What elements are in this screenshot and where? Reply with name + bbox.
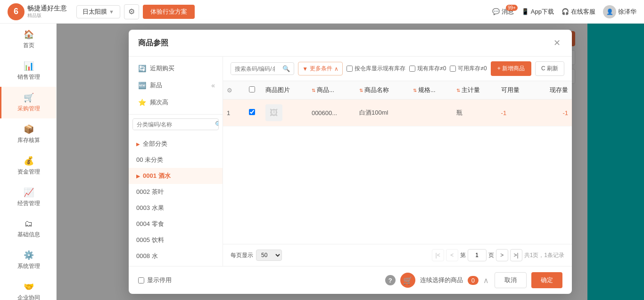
per-page-select[interactable]: 50 10 20 100 [256,250,282,261]
row-checkbox[interactable] [249,109,255,115]
checkbox-warehouse-stock[interactable]: 按仓库显示现有库存 [347,65,405,73]
new-label: 新品 [150,81,162,90]
col-name[interactable]: ⇅商品名称 [355,81,409,100]
app-download-button[interactable]: 📱 App下载 [521,8,554,16]
select-all-checkbox[interactable] [249,86,255,92]
mobile-icon: 📱 [521,8,529,15]
left-panel: 🔄 近期购买 🆕 新品 ⭐ 频次高 [129,57,223,266]
chevron-down-icon: ▼ [109,9,114,15]
sidebar-item-system[interactable]: ⚙️ 系统管理 [0,244,56,276]
more-filters-button[interactable]: ▼ 更多条件 ∧ [298,62,343,75]
recent-purchase-btn[interactable]: 🔄 近期购买 [132,60,180,76]
sales-icon: 📊 [24,61,34,71]
category-all[interactable]: ▶ 全部分类 [129,136,223,152]
sidebar-item-label: 资金管理 [17,168,40,176]
cell-checkbox[interactable] [242,100,262,126]
col-spec[interactable]: ⇅规格... [409,81,453,100]
add-product-button[interactable]: + 新增商品 [491,61,531,76]
store-selector[interactable]: 日太阳膜 ▼ [76,5,120,18]
available-stock-checkbox[interactable] [450,66,456,72]
show-disabled-checkbox[interactable] [138,277,144,283]
toolbar-right: + 新增商品 C 刷新 [491,61,564,76]
user-avatar[interactable]: 👤 徐泽华 [603,5,636,18]
show-disabled-label: 显示停用 [147,276,172,284]
next-page-button[interactable]: > [496,249,508,261]
warehouse-stock-checkbox[interactable] [347,66,353,72]
category-name: 00 未分类 [136,156,163,164]
checkbox-available-stock[interactable]: 可用库存≠0 [450,65,487,73]
first-page-button[interactable]: |< [432,249,444,261]
service-button[interactable]: 🎧 在线客服 [561,8,595,16]
main-content: 查询 设置 刷新 商品参照 ✕ [57,24,644,300]
cell-available: -1 [497,100,535,126]
category-search-icon[interactable]: 🔍 [211,119,219,130]
sidebar-item-home[interactable]: 🏠 首页 [0,24,56,55]
nonzero-stock-checkbox[interactable] [409,66,415,72]
product-search-box: 🔍 [231,62,294,75]
trial-button[interactable]: 体验行业方案 [143,5,195,19]
sidebar-item-inventory[interactable]: 📦 库存核算 [0,118,56,150]
col-available: 可用量 [497,81,535,100]
modal-close-button[interactable]: ✕ [551,37,562,49]
sidebar-item-label: 销售管理 [17,73,40,81]
frequent-label: 频次高 [150,98,168,107]
sidebar-item-label: 首页 [23,42,34,50]
confirm-button[interactable]: 确定 [531,272,562,288]
cell-code: 000600... [308,100,355,126]
sidebar-item-finance[interactable]: 💰 资金管理 [0,150,56,182]
col-unit[interactable]: ⇅主计量 [453,81,497,100]
cart-icon[interactable]: 🛒 [400,273,415,288]
category-0005[interactable]: 0005 饮料 [129,232,223,248]
inventory-icon: 📦 [24,124,34,134]
sidebar-item-sales[interactable]: 📊 销售管理 [0,55,56,87]
category-00[interactable]: 00 未分类 [129,152,223,168]
col-settings[interactable]: ⚙ [223,81,242,100]
headset-icon: 🎧 [561,8,569,15]
category-name: 全部分类 [143,140,167,148]
search-icon[interactable]: 🔍 [279,63,294,75]
refresh-table-button[interactable]: C 刷新 [535,61,564,76]
category-search-input[interactable] [133,119,211,130]
messages-button[interactable]: 💬 消息 99+ [492,8,514,16]
service-label: 在线客服 [571,8,595,16]
category-0008[interactable]: 0008 水 [129,248,223,262]
navbar-right: 💬 消息 99+ 📱 App下载 🎧 在线客服 👤 徐泽华 [492,5,636,18]
help-icon[interactable]: ? [385,275,396,285]
page-input[interactable] [468,249,487,261]
sidebar-item-enterprise[interactable]: 🤝 企业协同 [0,276,56,300]
messages-badge: 99+ [506,5,518,11]
sidebar-item-operations[interactable]: 📈 经营管理 [0,182,56,213]
category-name: 0003 水果 [136,204,164,212]
settings-icon[interactable]: ⚙ [124,4,139,19]
col-code[interactable]: ⇅商品... [308,81,355,100]
category-0001[interactable]: ▶ 0001 酒水 [129,168,223,184]
frequent-btn[interactable]: ⭐ 频次高 [132,94,180,110]
sidebar-item-purchase[interactable]: 🛒 采购管理 [0,87,56,118]
category-0004[interactable]: 0004 零食 [129,216,223,232]
show-disabled-checkbox-label[interactable]: 显示停用 [138,276,172,284]
prev-page-button[interactable]: < [446,249,458,261]
last-page-button[interactable]: >| [510,249,522,261]
product-search-input[interactable] [231,63,279,75]
sidebar-item-basics[interactable]: 🗂 基础信息 [0,213,56,244]
sidebar-item-label: 基础信息 [17,231,40,239]
enterprise-icon: 🤝 [24,282,34,292]
finance-icon: 💰 [24,156,34,166]
sidebar: 🏠 首页 📊 销售管理 🛒 采购管理 📦 库存核算 💰 资金管理 📈 经营管理 … [0,24,57,300]
purchase-icon: 🛒 [24,92,34,103]
checkbox-nonzero-stock[interactable]: 现有库存≠0 [409,65,446,73]
footer-center: ? 🛒 连续选择的商品 0 ∧ [385,273,489,288]
category-0002[interactable]: 0002 茶叶 [129,184,223,200]
category-0003[interactable]: 0003 水果 [129,200,223,216]
collapse-footer-icon[interactable]: ∧ [483,276,489,285]
sidebar-item-label: 采购管理 [17,105,40,113]
col-checkbox[interactable] [242,81,262,100]
col-stock: 现存量 [535,81,572,100]
navbar: 6 畅捷通好生意 精品版 日太阳膜 ▼ ⚙ 体验行业方案 💬 消息 99+ 📱 … [0,0,644,24]
new-products-btn[interactable]: 🆕 新品 [132,77,180,93]
table-row[interactable]: 1 🖼 000600... 白酒100ml 瓶 [223,100,572,126]
collapse-left-btn[interactable]: « [207,78,219,93]
recent-icon: 🔄 [138,65,146,72]
cancel-button[interactable]: 取消 [495,272,527,288]
page-info: 共1页，1条记录 [524,251,564,259]
